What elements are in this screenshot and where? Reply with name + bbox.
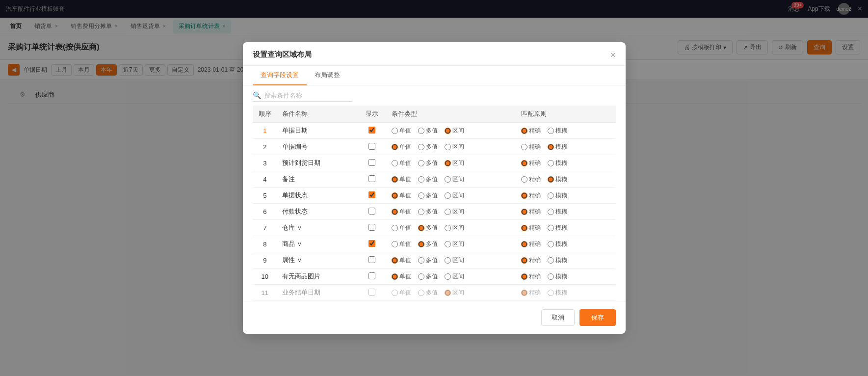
row-display[interactable] (357, 204, 387, 220)
cond-type-单值[interactable]: 单值 (392, 289, 411, 297)
row-order: 6 (253, 204, 278, 220)
cond-type-区间[interactable]: 区间 (445, 127, 464, 135)
match-rule-精确[interactable]: 精确 (521, 127, 541, 135)
display-checkbox[interactable] (368, 208, 375, 215)
save-btn[interactable]: 保存 (579, 309, 616, 326)
row-display[interactable] (357, 188, 387, 204)
cond-type-多值[interactable]: 多值 (418, 159, 438, 167)
col-header-order: 顺序 (253, 106, 278, 123)
modal-tab-query-fields[interactable]: 查询字段设置 (253, 66, 307, 85)
cond-type-单值[interactable]: 单值 (392, 224, 411, 232)
cond-type-单值[interactable]: 单值 (392, 256, 411, 265)
match-rule-精确[interactable]: 精确 (521, 175, 541, 184)
row-display[interactable] (357, 171, 387, 188)
match-rule-模糊[interactable]: 模糊 (548, 240, 567, 248)
cond-type-区间[interactable]: 区间 (445, 175, 464, 184)
cond-type-单值[interactable]: 单值 (392, 240, 411, 248)
row-display[interactable] (357, 236, 387, 252)
row-name: 单据日期 (277, 123, 357, 139)
match-rule-精确[interactable]: 精确 (521, 159, 541, 167)
modal-tab-layout-adjust[interactable]: 布局调整 (307, 66, 348, 85)
match-rule-精确[interactable]: 精确 (521, 224, 541, 232)
row-order: 9 (253, 252, 278, 269)
match-rule-模糊[interactable]: 模糊 (548, 208, 567, 216)
match-rule-模糊[interactable]: 模糊 (548, 127, 567, 135)
match-rule-模糊[interactable]: 模糊 (548, 143, 567, 151)
display-checkbox[interactable] (368, 256, 375, 263)
modal-table-wrap: 顺序 条件名称 显示 条件类型 匹配原则 1单据日期单值多值区间精确模糊2单据编… (243, 106, 626, 301)
cond-type-多值[interactable]: 多值 (418, 256, 438, 265)
table-row: 5单据状态单值多值区间精确模糊 (253, 188, 616, 204)
cond-type-单值[interactable]: 单值 (392, 191, 411, 200)
row-display[interactable] (357, 285, 387, 301)
cond-type-单值[interactable]: 单值 (392, 208, 411, 216)
cond-type-多值[interactable]: 多值 (418, 240, 438, 248)
cancel-btn[interactable]: 取消 (541, 309, 575, 326)
cond-type-区间[interactable]: 区间 (445, 272, 464, 281)
cond-type-单值[interactable]: 单值 (392, 159, 411, 167)
cond-type-区间[interactable]: 区间 (445, 143, 464, 151)
cond-type-区间[interactable]: 区间 (445, 256, 464, 265)
cond-type-多值[interactable]: 多值 (418, 175, 438, 184)
table-row: 2单据编号单值多值区间精确模糊 (253, 139, 616, 155)
row-display[interactable] (357, 139, 387, 155)
match-rule-模糊[interactable]: 模糊 (548, 272, 567, 281)
match-rule-精确[interactable]: 精确 (521, 240, 541, 248)
match-rule-模糊[interactable]: 模糊 (548, 289, 567, 297)
row-cond-type: 单值多值区间 (387, 123, 516, 139)
cond-type-多值[interactable]: 多值 (418, 127, 438, 135)
cond-type-多值[interactable]: 多值 (418, 289, 438, 297)
settings-modal: 设置查询区域布局 × 查询字段设置 布局调整 🔍 顺序 (243, 42, 626, 334)
cond-type-多值[interactable]: 多值 (418, 208, 438, 216)
cond-type-区间[interactable]: 区间 (445, 208, 464, 216)
cond-type-区间[interactable]: 区间 (445, 159, 464, 167)
match-rule-精确[interactable]: 精确 (521, 256, 541, 265)
modal-footer: 取消 保存 (243, 301, 626, 334)
match-rule-精确[interactable]: 精确 (521, 289, 541, 297)
match-rule-模糊[interactable]: 模糊 (548, 191, 567, 200)
row-display[interactable] (357, 220, 387, 236)
table-row: 11业务结单日期单值多值区间精确模糊 (253, 285, 616, 301)
row-match-rule: 精确模糊 (516, 123, 616, 139)
cond-type-单值[interactable]: 单值 (392, 175, 411, 184)
display-checkbox[interactable] (368, 159, 375, 166)
cond-type-多值[interactable]: 多值 (418, 191, 438, 200)
display-checkbox[interactable] (368, 143, 375, 150)
modal-backdrop[interactable]: 设置查询区域布局 × 查询字段设置 布局调整 🔍 顺序 (0, 0, 868, 376)
row-display[interactable] (357, 252, 387, 269)
display-checkbox[interactable] (368, 127, 375, 134)
row-match-rule: 精确模糊 (516, 155, 616, 171)
cond-type-区间[interactable]: 区间 (445, 224, 464, 232)
col-header-name: 条件名称 (277, 106, 357, 123)
match-rule-精确[interactable]: 精确 (521, 272, 541, 281)
match-rule-模糊[interactable]: 模糊 (548, 224, 567, 232)
match-rule-精确[interactable]: 精确 (521, 191, 541, 200)
cond-type-多值[interactable]: 多值 (418, 224, 438, 232)
match-rule-模糊[interactable]: 模糊 (548, 159, 567, 167)
search-input[interactable] (264, 92, 352, 99)
cond-type-区间[interactable]: 区间 (445, 289, 464, 297)
display-checkbox[interactable] (368, 224, 375, 231)
cond-type-区间[interactable]: 区间 (445, 191, 464, 200)
cond-type-多值[interactable]: 多值 (418, 143, 438, 151)
row-cond-type: 单值多值区间 (387, 236, 516, 252)
cond-type-单值[interactable]: 单值 (392, 272, 411, 281)
display-checkbox[interactable] (368, 240, 375, 247)
cond-type-多值[interactable]: 多值 (418, 272, 438, 281)
match-rule-模糊[interactable]: 模糊 (548, 175, 567, 184)
cond-type-单值[interactable]: 单值 (392, 127, 411, 135)
match-rule-模糊[interactable]: 模糊 (548, 256, 567, 265)
match-rule-精确[interactable]: 精确 (521, 143, 541, 151)
match-rule-精确[interactable]: 精确 (521, 208, 541, 216)
display-checkbox[interactable] (368, 175, 375, 182)
row-display[interactable] (357, 269, 387, 285)
row-display[interactable] (357, 155, 387, 171)
cond-type-区间[interactable]: 区间 (445, 240, 464, 248)
row-cond-type: 单值多值区间 (387, 155, 516, 171)
row-display[interactable] (357, 123, 387, 139)
cond-type-单值[interactable]: 单值 (392, 143, 411, 151)
display-checkbox[interactable] (368, 191, 375, 198)
modal-close-btn[interactable]: × (610, 51, 616, 59)
display-checkbox[interactable] (368, 272, 375, 279)
display-checkbox[interactable] (368, 289, 375, 295)
